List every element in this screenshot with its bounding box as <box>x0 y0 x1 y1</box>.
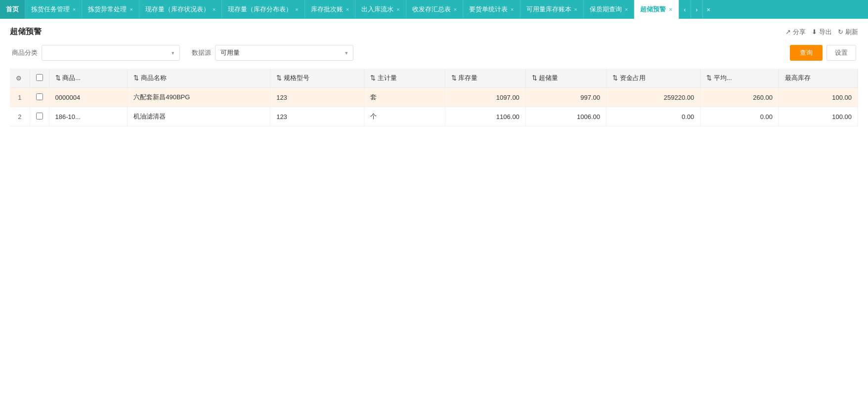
th-avg: ⇅ 平均... <box>700 69 779 88</box>
close-expiry-query[interactable]: × <box>625 6 628 12</box>
cell-unit-2: 个 <box>364 107 445 126</box>
settings-button[interactable]: 设置 <box>826 45 856 61</box>
category-select[interactable]: ▾ <box>42 45 180 61</box>
th-check <box>30 69 49 88</box>
sort-icon-stock[interactable]: ⇅ <box>451 74 457 81</box>
row-checkbox-1[interactable] <box>36 93 43 100</box>
filter-area: 商品分类 ▾ 数据源 可用量 ▾ 查询 设置 <box>10 45 858 61</box>
nav-batch-account[interactable]: 库存批次账 × <box>305 0 355 19</box>
sort-icon-unit[interactable]: ⇅ <box>370 74 376 81</box>
export-button[interactable]: ⬇ 导出 <box>812 28 832 37</box>
nav-expiry-query[interactable]: 保质期查询 × <box>584 0 634 19</box>
main-content: 超储预警 ↗ 分享 ⬇ 导出 ↻ 刷新 商品分类 ▾ 数据源 <box>0 19 868 395</box>
row-checkbox-2[interactable] <box>36 113 43 119</box>
category-label: 商品分类 <box>12 48 38 57</box>
cell-product-name-1: 六配套新昌490BPG <box>128 88 270 107</box>
sort-icon-product-name[interactable]: ⇅ <box>133 74 139 81</box>
close-inventory-status[interactable]: × <box>213 6 216 12</box>
cell-capital-2: 0.00 <box>607 107 700 126</box>
table-body: 1 0000004 六配套新昌490BPG 123 套 1097.00 997.… <box>10 88 858 126</box>
th-gear: ⚙ <box>10 69 30 88</box>
table-row: 2 186-10... 机油滤清器 123 个 1106.00 1006.00 … <box>10 107 858 126</box>
nav-order-stats[interactable]: 要货单统计表 × <box>463 0 520 19</box>
nav-available-inventory[interactable]: 可用量库存账本 × <box>521 0 584 19</box>
cell-overstock-2: 1006.00 <box>525 107 606 126</box>
th-overstock: ⇅ 超储量 <box>525 69 606 88</box>
nav-overstock-warning[interactable]: 超储预警 × <box>634 0 678 19</box>
nav-inventory-status[interactable]: 现存量（库存状况表） × <box>139 0 222 19</box>
nav-arrow-left[interactable]: ‹ <box>679 0 691 19</box>
close-order-stats[interactable]: × <box>511 6 514 12</box>
table-row: 1 0000004 六配套新昌490BPG 123 套 1097.00 997.… <box>10 88 858 107</box>
close-summary[interactable]: × <box>454 6 457 12</box>
nav-inout-flow[interactable]: 出入库流水 × <box>355 0 406 19</box>
close-inventory-dist[interactable]: × <box>295 6 298 12</box>
sort-icon-spec[interactable]: ⇅ <box>276 74 282 81</box>
nav-summary[interactable]: 收发存汇总表 × <box>406 0 463 19</box>
nav-task-mgmt[interactable]: 拣货任务管理 × <box>25 0 82 19</box>
nav-home[interactable]: 首页 <box>0 0 25 19</box>
datasource-value: 可用量 <box>220 48 240 57</box>
row-num-1: 1 <box>10 88 30 107</box>
close-exception[interactable]: × <box>130 6 132 12</box>
th-product-name: ⇅ 商品名称 <box>128 69 270 88</box>
sort-icon-capital[interactable]: ⇅ <box>612 74 618 81</box>
datasource-label: 数据源 <box>192 48 211 57</box>
close-available-inventory[interactable]: × <box>574 6 577 12</box>
datasource-select[interactable]: 可用量 ▾ <box>215 45 353 61</box>
nav-exception[interactable]: 拣货异常处理 × <box>82 0 139 19</box>
cell-product-code-2: 186-10... <box>49 107 128 126</box>
datasource-chevron-icon: ▾ <box>345 50 348 56</box>
close-overstock-warning[interactable]: × <box>669 6 672 12</box>
cell-product-code-1: 0000004 <box>49 88 128 107</box>
action-buttons: 查询 设置 <box>790 45 856 61</box>
cell-spec-1: 123 <box>270 88 364 107</box>
row-check-2 <box>30 107 49 126</box>
nav-arrow-right[interactable]: › <box>691 0 702 19</box>
sort-icon-product-code[interactable]: ⇅ <box>55 74 61 81</box>
column-settings-icon[interactable]: ⚙ <box>16 75 22 82</box>
th-max-stock: 最高库存 <box>779 69 858 88</box>
th-stock: ⇅ 库存量 <box>445 69 525 88</box>
data-table: ⚙ ⇅ 商品... ⇅ 商品名称 ⇅ 规格型号 ⇅ <box>10 69 858 126</box>
share-button[interactable]: ↗ 分享 <box>785 28 806 37</box>
cell-stock-1: 1097.00 <box>445 88 525 107</box>
page-header: 超储预警 ↗ 分享 ⬇ 导出 ↻ 刷新 <box>10 27 858 37</box>
th-spec: ⇅ 规格型号 <box>270 69 364 88</box>
close-inout-flow[interactable]: × <box>396 6 399 12</box>
cell-avg-1: 260.00 <box>700 88 779 107</box>
header-actions: ↗ 分享 ⬇ 导出 ↻ 刷新 <box>785 28 858 37</box>
query-button[interactable]: 查询 <box>790 45 823 61</box>
nav-arrow-close[interactable]: × <box>702 0 714 19</box>
cell-overstock-1: 997.00 <box>525 88 606 107</box>
header-row: ⚙ ⇅ 商品... ⇅ 商品名称 ⇅ 规格型号 ⇅ <box>10 69 858 88</box>
cell-avg-2: 0.00 <box>700 107 779 126</box>
cell-product-name-2: 机油滤清器 <box>128 107 270 126</box>
export-icon: ⬇ <box>812 28 817 36</box>
cell-stock-2: 1106.00 <box>445 107 525 126</box>
row-check-1 <box>30 88 49 107</box>
category-chevron-icon: ▾ <box>172 50 174 56</box>
th-product-code: ⇅ 商品... <box>49 69 128 88</box>
table-header: ⚙ ⇅ 商品... ⇅ 商品名称 ⇅ 规格型号 ⇅ <box>10 69 858 88</box>
datasource-filter-group: 数据源 可用量 ▾ <box>192 45 353 61</box>
row-num-2: 2 <box>10 107 30 126</box>
th-capital: ⇅ 资金占用 <box>607 69 700 88</box>
cell-max-stock-1: 100.00 <box>779 88 858 107</box>
top-nav: 首页 拣货任务管理 × 拣货异常处理 × 现存量（库存状况表） × 现存量（库存… <box>0 0 868 19</box>
th-unit: ⇅ 主计量 <box>364 69 445 88</box>
cell-max-stock-2: 100.00 <box>779 107 858 126</box>
category-filter-group: 商品分类 ▾ <box>12 45 180 61</box>
nav-inventory-dist[interactable]: 现存量（库存分布表） × <box>222 0 304 19</box>
cell-unit-1: 套 <box>364 88 445 107</box>
close-task-mgmt[interactable]: × <box>73 6 76 12</box>
close-batch-account[interactable]: × <box>346 6 349 12</box>
select-all-checkbox[interactable] <box>36 74 43 81</box>
share-icon: ↗ <box>785 28 791 36</box>
sort-icon-avg[interactable]: ⇅ <box>706 74 712 81</box>
sort-icon-overstock[interactable]: ⇅ <box>532 74 537 81</box>
refresh-icon: ↻ <box>838 28 843 36</box>
refresh-button[interactable]: ↻ 刷新 <box>838 28 858 37</box>
cell-capital-1: 259220.00 <box>607 88 700 107</box>
cell-spec-2: 123 <box>270 107 364 126</box>
